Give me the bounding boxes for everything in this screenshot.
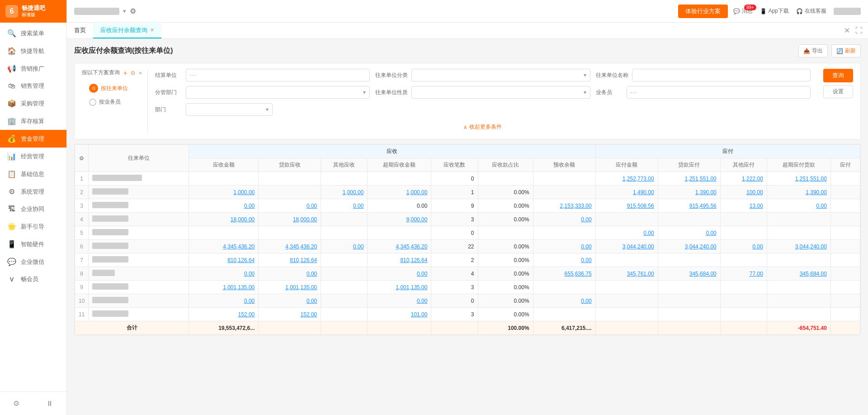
search-icon: 🔍 [7, 29, 16, 38]
th-ar-overdue: 超期应收金额 [368, 158, 431, 172]
by-partner-label: 按往来单位 [101, 85, 128, 92]
sidebar-item-purchase[interactable]: 📦 采购管理 [0, 95, 66, 112]
service-icon: 🎧 [796, 8, 803, 14]
dept-input[interactable]: ▾ [186, 103, 273, 116]
collapse-more-conditions[interactable]: ∧ 收起更多条件 [155, 120, 811, 134]
sidebar-item-label: 搜索菜单 [21, 29, 44, 38]
user-profile[interactable] [834, 8, 861, 15]
table-row: 1 0 1,252,773.00 1,251,551.00 1,222.00 [75, 172, 860, 186]
collapse-scheme-btn[interactable]: « [139, 70, 142, 76]
th-ap-amount: 应付金额 [595, 158, 658, 172]
page-header: 应收应付余额查询(按往来单位) 📤 导出 🔄 刷新 [74, 44, 861, 57]
messages-action[interactable]: 💬 消息 99+ [733, 7, 753, 15]
marketing-icon: 📢 [7, 64, 16, 73]
tab-close-all-btn[interactable]: ✕ [842, 24, 852, 37]
table-settings-icon[interactable]: ⚙ [79, 155, 84, 162]
online-service-action[interactable]: 🎧 在线客服 [796, 7, 826, 15]
tab-arquery[interactable]: 应收应付余额查询 ✕ [93, 23, 161, 38]
collab-icon: 🏗 [7, 205, 16, 213]
sidebar-item-marketing[interactable]: 📢 营销推广 [0, 60, 66, 77]
sidebar-logo: 6 畅捷通吧 标准版 [0, 0, 66, 23]
hardware-icon: 📱 [7, 240, 16, 248]
salesman-field: 业务员 ··· [596, 86, 811, 99]
arquery-tab-label: 应收应付余额查询 [100, 26, 147, 34]
tab-fullscreen-btn[interactable]: ⛶ [854, 25, 864, 37]
ap-amount-link[interactable]: 1,252,773.00 [595, 172, 658, 186]
table-row: 3 0.00 0.00 0.00 0.00 9 0.00% 2,153,333.… [75, 199, 860, 213]
sidebar-item-label: 销售管理 [21, 82, 44, 90]
sidebar-item-funds[interactable]: 💰 资金管理 [0, 130, 66, 148]
th-ar-group: 应收 [189, 145, 595, 158]
dept-mgr-input[interactable]: ▾ [186, 86, 370, 99]
page-actions: 📤 导出 🔄 刷新 [798, 44, 861, 57]
sidebar-item-system[interactable]: ⚙ 系统管理 [0, 183, 66, 200]
settings-scheme-btn[interactable]: ⊙ [131, 70, 135, 76]
partner-name-input[interactable] [632, 69, 811, 81]
chevron-down-icon: ▾ [363, 89, 366, 95]
sidebar-item-label: 快捷导航 [21, 47, 44, 55]
main-content: 应收应付余额查询(按往来单位) 📤 导出 🔄 刷新 按以下方案查询 [67, 39, 868, 415]
sidebar-item-vip[interactable]: V 畅会员 [0, 271, 66, 288]
partner-name-label: 往来单位名称 [596, 72, 628, 79]
th-ar-amount: 应收金额 [189, 158, 259, 172]
export-label: 导出 [812, 47, 823, 55]
sidebar-item-inventory[interactable]: 🏢 库存核算 [0, 112, 66, 130]
funds-icon: 💰 [7, 134, 16, 143]
partner-nature-input[interactable]: ▾ [411, 86, 590, 99]
settlement-unit-input[interactable]: ··· [186, 69, 370, 81]
th-ar-loan: 贷款应收 [259, 158, 321, 172]
collapse-sidebar-btn[interactable]: ⏸ [41, 396, 59, 411]
partner-category-field: 往来单位分类 ▾ [375, 69, 590, 81]
salesman-input[interactable]: ··· [627, 86, 811, 99]
sidebar-item-label: 资金管理 [21, 135, 44, 143]
sidebar-item-sales[interactable]: 🛍 销售管理 [0, 77, 66, 95]
app-download-action[interactable]: 📱 App下载 [760, 7, 789, 15]
sidebar-item-hardware[interactable]: 📱 智能硬件 [0, 235, 66, 253]
th-ap-overdue: 超期应付货款 [767, 158, 830, 172]
partner-category-input[interactable]: ▾ [411, 69, 590, 81]
solution-button[interactable]: 体验行业方案 [678, 5, 728, 18]
ap-loan-link[interactable]: 1,251,551.00 [658, 172, 720, 186]
sidebar-item-label: 畅会员 [21, 275, 38, 283]
sidebar-item-nav[interactable]: 🏠 快捷导航 [0, 42, 66, 60]
logo-sub: 标准版 [22, 12, 45, 18]
settings-bottom-btn[interactable]: ⚙ [8, 396, 25, 411]
sidebar-item-collab[interactable]: 🏗 企业协同 [0, 200, 66, 218]
sidebar-item-basic[interactable]: 📋 基础信息 [0, 165, 66, 183]
search-actions: 查询 设置 [816, 69, 853, 134]
gear-icon[interactable]: ⚙ [130, 7, 136, 15]
header-actions: 💬 消息 99+ 📱 App下载 🎧 在线客服 [733, 7, 861, 15]
sidebar-item-label: 企业微信 [21, 258, 44, 266]
setting-button[interactable]: 设置 [823, 85, 853, 98]
ap-other-link[interactable]: 1,222.00 [720, 172, 767, 186]
table-row: 8 0.00 0.00 0.00 4 0.00% 655,636.75 345,… [75, 267, 860, 281]
total-prepay: 6,417,215.... [533, 321, 595, 335]
add-scheme-btn[interactable]: + [123, 69, 127, 76]
sidebar-item-guide[interactable]: 🌟 新手引导 [0, 218, 66, 235]
search-option-by-salesman[interactable]: ○ 按业务员 [85, 96, 142, 108]
refresh-button[interactable]: 🔄 刷新 [831, 44, 861, 57]
total-ap-overdue: -654,751.40 [767, 321, 830, 335]
dept-mgr-field: 分管部门 ▾ [155, 86, 370, 99]
sidebar-item-label: 基础信息 [21, 170, 44, 178]
tab-home[interactable]: 首页 [67, 23, 93, 38]
ap-overdue-link[interactable]: 1,251,551.00 [767, 172, 830, 186]
sidebar-item-operations[interactable]: 📊 经营管理 [0, 148, 66, 165]
table-container: ⚙ 往来单位 应收 应付 应收金额 贷款应收 其他应收 超期应收金额 应收笔数 [74, 144, 861, 335]
table-row: 7 810,126.64 810,126.64 810,126.64 2 0.0… [75, 253, 860, 267]
table-row: 10 0.00 0.00 0.00 0 0.00% 0.00 [75, 294, 860, 308]
export-button[interactable]: 📤 导出 [798, 44, 828, 57]
search-option-by-partner[interactable]: 往 按往来单位 [85, 82, 142, 95]
tab-close-icon[interactable]: ✕ [150, 27, 154, 33]
query-button[interactable]: 查询 [823, 69, 853, 82]
system-icon: ⚙ [7, 187, 16, 196]
breadcrumb-chevron-icon[interactable]: ▾ [123, 8, 126, 14]
vip-icon: V [7, 276, 16, 283]
partner-nature-label: 往来单位性质 [375, 89, 408, 96]
purchase-icon: 📦 [7, 99, 16, 108]
th-ap-group: 应付 [595, 145, 860, 158]
chevron-down-icon: ▾ [584, 89, 586, 95]
sidebar-item-search[interactable]: 🔍 搜索菜单 [0, 24, 66, 42]
guide-icon: 🌟 [7, 222, 16, 231]
sidebar-item-wechat[interactable]: 💬 企业微信 [0, 253, 66, 271]
